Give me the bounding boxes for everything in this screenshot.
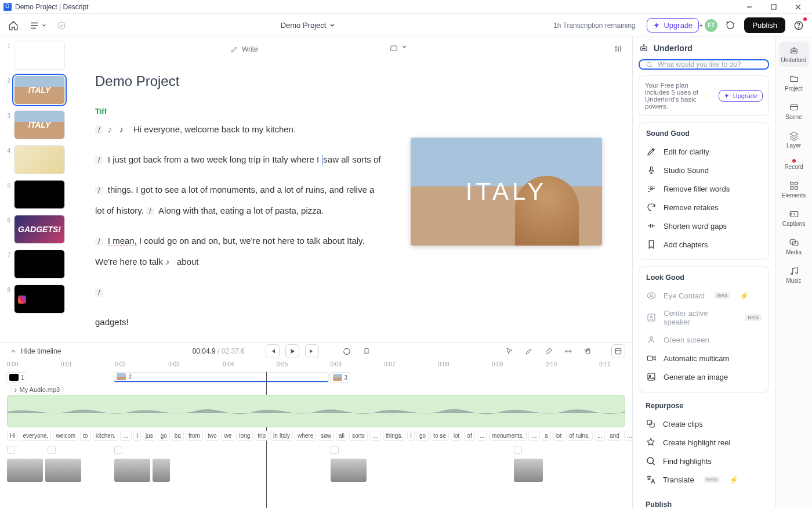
timeline-settings[interactable]	[611, 344, 625, 358]
scene-thumb-1[interactable]	[14, 41, 65, 70]
timeline-scene-row[interactable]: 1 2 3	[7, 372, 625, 384]
doc-title[interactable]: Demo Project	[95, 73, 385, 89]
stretch-tool[interactable]	[561, 344, 575, 358]
timeline-word[interactable]: jus	[143, 431, 156, 441]
scene-thumb-4[interactable]	[14, 145, 65, 174]
timeline-word[interactable]: of	[464, 431, 474, 441]
chevron-down-icon[interactable]	[401, 44, 407, 50]
timeline-word[interactable]: and	[607, 431, 622, 441]
help-button[interactable]	[791, 18, 806, 33]
scene-thumb-6[interactable]: GADGETS!	[14, 215, 65, 244]
timeline-word[interactable]: monuments,	[489, 431, 527, 441]
audio-track[interactable]: ♪ My Audio.mp3	[7, 395, 625, 427]
project-title[interactable]: Demo Project	[281, 21, 327, 30]
home-button[interactable]	[6, 18, 21, 33]
scene-thumb-5[interactable]	[14, 180, 65, 209]
timeline-word[interactable]: …	[369, 431, 381, 441]
timeline-word[interactable]: I	[407, 431, 415, 441]
action-green-screen[interactable]: Green screen	[641, 330, 766, 349]
rail-project[interactable]: Project	[779, 70, 809, 95]
action-multicam[interactable]: Automatic multicam	[641, 349, 766, 368]
share-avatar[interactable]: + FT	[705, 19, 717, 32]
timeline-word[interactable]: …	[120, 431, 132, 441]
action-center-speaker[interactable]: Center active speakerBeta	[641, 305, 766, 330]
timeline-word[interactable]: ...	[594, 431, 605, 441]
timeline-word[interactable]: we	[221, 431, 234, 441]
action-add-chapters[interactable]: Add chapters	[641, 235, 766, 254]
window-close-button[interactable]	[788, 0, 809, 14]
action-shorten-gaps[interactable]: Shorten word gaps	[641, 217, 766, 235]
video-preview[interactable]: ITALY	[411, 138, 602, 246]
time-ruler[interactable]: 0:00 0:01 0:02 0:03 0:04 0:05 0:06 0:07 …	[7, 360, 625, 372]
script-editor[interactable]: Write Demo Project Tiff / ♪ ♪ Hi everyon…	[95, 41, 385, 342]
timeline-word[interactable]: sorts	[349, 431, 368, 441]
hide-timeline-button[interactable]: Hide timeline	[7, 345, 63, 358]
layout-tool-icon[interactable]	[390, 44, 398, 52]
rail-record[interactable]: Record	[779, 156, 809, 174]
action-translate[interactable]: TranslateBeta⚡	[641, 470, 767, 489]
timeline-word[interactable]: of ruins,	[566, 431, 593, 441]
timeline-word[interactable]: trip	[255, 431, 269, 441]
rail-music[interactable]: Music	[779, 262, 809, 287]
action-edit-clarity[interactable]: Edit for clarity	[641, 142, 766, 161]
action-find-highlights[interactable]: Find highlights	[641, 452, 767, 470]
loop-button[interactable]	[340, 344, 354, 358]
timeline-word[interactable]: go	[158, 431, 170, 441]
link-tool[interactable]	[542, 344, 556, 358]
timeline-word[interactable]: ...	[477, 431, 487, 441]
timeline-word[interactable]: where	[295, 431, 316, 441]
scene-thumb-7[interactable]	[14, 250, 65, 279]
action-studio-sound[interactable]: Studio Sound	[641, 161, 766, 179]
action-remove-retakes[interactable]: Remove retakes	[641, 198, 766, 217]
transcription-remaining[interactable]: 1h Transcription remaining	[548, 19, 641, 32]
timeline-word[interactable]: things.	[383, 431, 405, 441]
timeline-word[interactable]: all	[336, 431, 347, 441]
timeline-word[interactable]: long	[236, 431, 253, 441]
skip-fwd-button[interactable]	[305, 344, 319, 358]
rail-scene[interactable]: Scene	[779, 99, 809, 124]
upgrade-button[interactable]: Upgrade	[647, 18, 699, 33]
video-canvas[interactable]: ITALY	[385, 41, 628, 342]
timeline-word[interactable]: everyone,	[20, 431, 51, 441]
upgrade-button-promo[interactable]: Upgrade	[719, 90, 763, 102]
timeline-word[interactable]: I	[133, 431, 141, 441]
scene-thumb-8[interactable]	[14, 284, 65, 314]
sync-status-icon[interactable]	[55, 19, 68, 33]
timeline-word[interactable]: lot	[451, 431, 463, 441]
action-eye-contact[interactable]: Eye ContactBeta⚡	[641, 286, 766, 305]
timeline-word[interactable]: a	[542, 431, 551, 441]
hand-tool[interactable]	[581, 344, 595, 358]
window-restore-button[interactable]	[763, 0, 784, 14]
timeline-word[interactable]: Hi	[7, 431, 18, 441]
action-remove-fillers[interactable]: Remove filler words	[641, 179, 766, 198]
menu-button[interactable]	[27, 18, 49, 33]
action-highlight-reel[interactable]: Create highlight reel	[641, 433, 767, 452]
play-button[interactable]	[285, 344, 299, 358]
scene-thumb-3[interactable]: ITALY	[14, 110, 65, 139]
timeline-word[interactable]: from	[186, 431, 203, 441]
rail-layer[interactable]: Layer	[779, 127, 809, 152]
panel-settings-icon[interactable]	[614, 44, 623, 53]
publish-button[interactable]: Publish	[744, 17, 785, 33]
timeline-word[interactable]: to se	[430, 431, 449, 441]
chevron-down-icon[interactable]	[329, 23, 335, 28]
speaker-label[interactable]: Tiff	[95, 107, 385, 116]
timeline-word[interactable]: in Italy	[270, 431, 293, 441]
skip-back-button[interactable]	[266, 344, 280, 358]
audio-clip-label[interactable]: ♪ My Audio.mp3	[10, 385, 64, 394]
timeline-word[interactable]: kitchen.	[93, 431, 118, 441]
underlord-search[interactable]: What would you like to do?	[639, 59, 769, 70]
select-tool[interactable]	[502, 344, 516, 358]
timeline-word[interactable]: lot	[553, 431, 565, 441]
timeline-word[interactable]: to	[80, 431, 90, 441]
action-create-clips[interactable]: Create clips	[641, 415, 767, 433]
timeline-word[interactable]: go	[416, 431, 429, 441]
comments-button[interactable]	[723, 18, 738, 33]
timeline-word[interactable]: …	[528, 431, 540, 441]
timeline-word[interactable]: two	[205, 431, 220, 441]
rail-elements[interactable]: Elements	[779, 177, 809, 202]
window-minimize-button[interactable]	[739, 0, 760, 14]
timeline-word[interactable]: ba	[172, 431, 184, 441]
scene-thumb-2[interactable]: ITALY	[14, 75, 65, 105]
rail-media[interactable]: Media	[779, 234, 809, 259]
